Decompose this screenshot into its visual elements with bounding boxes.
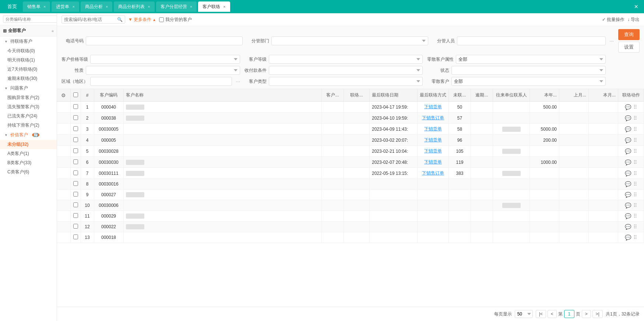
pending-contact-group[interactable]: 待联络客户 — [0, 36, 57, 46]
all-customers-header[interactable]: ⊞ 全部客户 « — [0, 25, 57, 36]
message-icon[interactable]: 💬 — [625, 104, 631, 110]
grid-action-icon[interactable]: ⠿ — [633, 115, 637, 121]
td-lastway[interactable]: 下销货单 — [418, 124, 449, 135]
last-way-link[interactable]: 下销货单 — [424, 148, 442, 154]
th-name[interactable]: 客户名称 — [123, 89, 322, 102]
th-lastdate[interactable]: 最后联络日期 — [370, 89, 418, 102]
td-checkbox[interactable] — [70, 146, 81, 157]
customer-type-select[interactable] — [269, 77, 423, 86]
select-all-checkbox[interactable] — [73, 92, 78, 97]
td-checkbox[interactable] — [70, 168, 81, 179]
dept-select[interactable] — [271, 36, 428, 45]
row-checkbox[interactable] — [73, 148, 78, 153]
region-input[interactable] — [90, 77, 232, 86]
value-customers-group[interactable]: 价值客户 🔄 — [0, 130, 57, 140]
td-checkbox[interactable] — [70, 135, 81, 146]
nav-tab-customer-contact[interactable]: 客户联络 × — [198, 1, 230, 12]
row-checkbox[interactable] — [73, 192, 78, 197]
next-page-btn[interactable]: > — [582, 310, 591, 318]
phone-input[interactable] — [86, 36, 243, 45]
th-code[interactable]: 客户编码 — [94, 89, 123, 102]
nav-tab-analysis-list[interactable]: 商品分析列表 × — [114, 1, 154, 12]
category-search-input[interactable] — [3, 15, 57, 23]
prev-page-btn[interactable]: < — [548, 310, 557, 318]
gender-select[interactable] — [86, 66, 240, 75]
sidebar-item-churned[interactable]: 已流失客户(24) — [0, 112, 57, 121]
last-page-btn[interactable]: >| — [592, 310, 603, 318]
message-icon[interactable]: 💬 — [625, 234, 631, 240]
td-lastway[interactable]: 下销货单 — [418, 157, 449, 168]
grid-action-icon[interactable]: ⠿ — [633, 202, 637, 208]
main-search-icon[interactable]: 🔍 — [117, 17, 123, 22]
problem-customers-group[interactable]: 问题客户 — [0, 83, 57, 93]
td-checkbox[interactable] — [70, 222, 81, 232]
grid-action-icon[interactable]: ⠿ — [633, 192, 637, 198]
main-search-input[interactable] — [64, 17, 116, 22]
td-checkbox[interactable] — [70, 124, 81, 135]
close-analysis-list-tab[interactable]: × — [148, 4, 150, 9]
last-way-link[interactable]: 下销货单 — [424, 137, 442, 142]
export-btn[interactable]: ↓ 导出 — [627, 17, 640, 23]
td-checkbox[interactable] — [70, 200, 81, 211]
row-checkbox[interactable] — [73, 159, 78, 164]
td-checkbox[interactable] — [70, 157, 81, 168]
row-checkbox[interactable] — [73, 213, 78, 218]
row-checkbox[interactable] — [73, 126, 78, 131]
td-checkbox[interactable] — [70, 232, 81, 243]
sidebar-item-ungrouped[interactable]: 未分组(32) — [0, 140, 57, 149]
row-checkbox[interactable] — [73, 181, 78, 186]
query-button[interactable]: 查询 — [618, 29, 640, 40]
message-icon[interactable]: 💬 — [625, 202, 631, 208]
td-checkbox[interactable] — [70, 211, 81, 222]
message-icon[interactable]: 💬 — [625, 126, 631, 132]
td-checkbox[interactable] — [70, 113, 81, 124]
close-customer-contact-tab[interactable]: × — [223, 4, 225, 9]
grid-action-icon[interactable]: ⠿ — [633, 137, 637, 143]
sidebar-item-7days[interactable]: 近7天待联络(0) — [0, 65, 57, 74]
td-lastway[interactable]: 下销货单 — [418, 146, 449, 157]
more-conditions-btn[interactable]: ▼ 更多条件 ▲ — [128, 17, 156, 23]
sidebar-item-churn-warning[interactable]: 流失预警客户(3) — [0, 102, 57, 112]
td-lastway[interactable]: 下销货单 — [418, 102, 449, 113]
grid-action-icon[interactable]: ⠿ — [633, 159, 637, 165]
sidebar-item-hoard-abnormal[interactable]: 囤购异常客户(2) — [0, 93, 57, 102]
grid-action-icon[interactable]: ⠿ — [633, 126, 637, 132]
last-way-link[interactable]: 下销货单 — [424, 104, 442, 109]
row-checkbox[interactable] — [73, 115, 78, 120]
grid-action-icon[interactable]: ⠿ — [633, 234, 637, 240]
grid-action-icon[interactable]: ⠿ — [633, 213, 637, 219]
th-unlinkdays[interactable]: 未联... — [449, 89, 471, 102]
td-lastway[interactable] — [418, 200, 449, 211]
td-lastway[interactable]: 下销售订单 — [418, 113, 449, 124]
message-icon[interactable]: 💬 — [625, 192, 631, 198]
td-checkbox[interactable] — [70, 179, 81, 190]
last-way-link[interactable]: 下销货单 — [424, 159, 442, 165]
td-lastway[interactable] — [418, 211, 449, 222]
th-settings[interactable]: ⚙ — [57, 89, 70, 102]
payment-select[interactable] — [269, 66, 423, 75]
price-level-select[interactable] — [90, 55, 240, 64]
td-lastway[interactable] — [418, 179, 449, 190]
sidebar-item-overdue[interactable]: 逾期未联络(30) — [0, 74, 57, 83]
grid-action-icon[interactable]: ⠿ — [633, 170, 637, 176]
manager-dots[interactable]: ··· — [609, 38, 614, 44]
manager-input[interactable] — [457, 36, 606, 45]
td-checkbox[interactable] — [70, 190, 81, 200]
td-checkbox[interactable] — [70, 102, 81, 113]
first-page-btn[interactable]: |< — [536, 310, 546, 318]
batch-operation-btn[interactable]: ✓ 批量操作 — [602, 17, 624, 23]
td-lastway[interactable]: 下销货单 — [418, 135, 449, 146]
nav-tab-sales[interactable]: 销售单 × — [23, 1, 50, 12]
grid-action-icon[interactable]: ⠿ — [633, 181, 637, 187]
message-icon[interactable]: 💬 — [625, 148, 631, 154]
sidebar-item-tomorrow[interactable]: 明天待联络(1) — [0, 56, 57, 65]
settings-icon[interactable]: ⚙ — [61, 92, 66, 98]
my-customers-checkbox[interactable]: 我分管的客户 — [159, 17, 192, 23]
last-way-link[interactable]: 下销售订单 — [422, 115, 444, 120]
sidebar-item-today[interactable]: 今天待联络(0) — [0, 46, 57, 56]
sidebar-item-c-class[interactable]: C类客户(6) — [0, 167, 57, 177]
row-checkbox[interactable] — [73, 234, 78, 239]
message-icon[interactable]: 💬 — [625, 181, 631, 187]
close-analysis-tab[interactable]: × — [106, 4, 108, 9]
close-sales-tab[interactable]: × — [43, 4, 46, 9]
